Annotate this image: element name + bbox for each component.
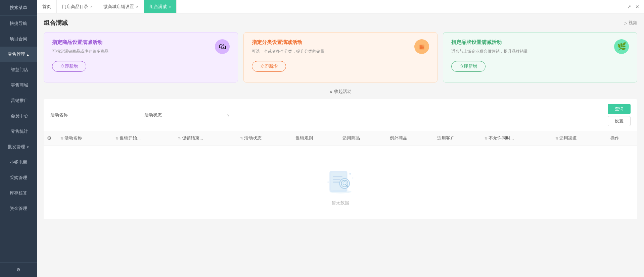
settings-button[interactable]: 设置 xyxy=(608,116,631,126)
table-col-applicable-goods: 适用商品 xyxy=(339,131,386,146)
brand-promo-card: 🌿 指定品牌设置满减活动 适合与上游企业联合做营销，提升品牌销量 立即新增 xyxy=(443,32,637,82)
cards-row: 🛍 指定商品设置满减活动 可指定滞销商品或库存较多商品 立即新增 ▦ 指定分类设… xyxy=(44,32,637,82)
data-table: ⚙ 活动名称 促销开始... 促销结束... 活动状态 促销规则 适用商品 例外… xyxy=(44,131,637,219)
product-promo-card: 🛍 指定商品设置满减活动 可指定滞销商品或库存较多商品 立即新增 xyxy=(44,32,238,82)
sidebar-item-wholesale-mgmt[interactable]: 批发管理 xyxy=(0,139,37,155)
empty-illustration xyxy=(324,166,357,196)
tab-combo-promo[interactable]: 组合满减 × xyxy=(144,0,177,13)
sidebar-settings[interactable]: ⚙ xyxy=(0,262,37,277)
empty-state: 暂无数据 xyxy=(44,146,637,219)
tab-bar-actions: ⤢ ✕ xyxy=(627,4,644,9)
filter-bar: 活动名称 活动状态 进行中 已结束 未开始 查询 设置 xyxy=(44,99,637,131)
video-link[interactable]: ▷ 视频 xyxy=(624,20,637,26)
tab-store-catalog[interactable]: 门店商品目录 × xyxy=(57,0,98,13)
sidebar-item-smart-store[interactable]: 智慧门店 xyxy=(0,62,37,77)
table-col-exception-goods: 例外商品 xyxy=(386,131,434,146)
empty-text: 暂无数据 xyxy=(332,200,349,206)
table-col-no-concurrent[interactable]: 不允许同时... xyxy=(481,131,552,146)
sidebar-item-marketing[interactable]: 营销推广 xyxy=(0,93,37,108)
filter-activity-name: 活动名称 xyxy=(50,111,138,119)
brand-card-title: 指定品牌设置满减活动 xyxy=(451,39,629,46)
tab-close-wechat-store[interactable]: × xyxy=(136,5,138,9)
activity-name-input[interactable] xyxy=(71,111,138,119)
svg-point-11 xyxy=(352,177,353,178)
sidebar-item-finance-mgmt[interactable]: 资金管理 xyxy=(0,201,37,216)
sidebar-item-retail-mgmt[interactable]: 零售管理 xyxy=(0,47,37,62)
brand-card-desc: 适合与上游企业联合做营销，提升品牌销量 xyxy=(451,48,629,54)
category-card-title: 指定分类设置满减活动 xyxy=(252,39,429,46)
svg-rect-3 xyxy=(333,176,342,177)
tab-wechat-store[interactable]: 微商城店铺设置 × xyxy=(98,0,144,13)
table-col-applicable-channel[interactable]: 适用渠道 xyxy=(552,131,607,146)
svg-rect-4 xyxy=(333,179,340,180)
table-header-row: ⚙ 活动名称 促销开始... 促销结束... 活动状态 促销规则 适用商品 例外… xyxy=(44,131,637,146)
window-resize-btn[interactable]: ⤢ xyxy=(627,4,632,9)
table-gear-icon[interactable]: ⚙ xyxy=(47,135,51,141)
table-col-operation: 操作 xyxy=(607,131,637,146)
brand-card-icon: 🌿 xyxy=(614,39,629,54)
product-card-add-btn[interactable]: 立即新增 xyxy=(52,61,86,72)
sidebar-item-retail-mall[interactable]: 零售商城 xyxy=(0,77,37,93)
sidebar-item-project-contract[interactable]: 项目合同 xyxy=(0,31,37,47)
category-card-add-btn[interactable]: 立即新增 xyxy=(252,61,286,72)
tab-close-combo-promo[interactable]: × xyxy=(169,5,171,9)
sidebar: 搜索菜单 快捷导航 项目合同 零售管理 智慧门店 零售商城 营销推广 会员中心 … xyxy=(0,0,37,277)
sidebar-item-purchase-mgmt[interactable]: 采购管理 xyxy=(0,170,37,185)
filter-activity-status: 活动状态 进行中 已结束 未开始 xyxy=(144,111,232,119)
category-card-desc: 可选一个或者多个分类，提升分类的销量 xyxy=(252,48,429,54)
page-title: 组合满减 xyxy=(44,19,68,27)
table-col-status[interactable]: 活动状态 xyxy=(237,131,292,146)
product-card-desc: 可指定滞销商品或库存较多商品 xyxy=(52,48,230,54)
table-col-promo-rule: 促销规则 xyxy=(292,131,339,146)
main-area: 首页 门店商品目录 × 微商城店铺设置 × 组合满减 × ⤢ ✕ 组合满减 ▷ … xyxy=(37,0,644,277)
svg-point-10 xyxy=(349,173,351,175)
table-wrapper: ⚙ 活动名称 促销开始... 促销结束... 活动状态 促销规则 适用商品 例外… xyxy=(44,131,637,219)
table-col-promo-end[interactable]: 促销结束... xyxy=(175,131,237,146)
product-card-icon: 🛍 xyxy=(215,39,230,54)
sidebar-item-member-center[interactable]: 会员中心 xyxy=(0,108,37,124)
table-col-name[interactable]: 活动名称 xyxy=(57,131,112,146)
brand-card-add-btn[interactable]: 立即新增 xyxy=(451,61,486,72)
sidebar-item-quick-nav[interactable]: 快捷导航 xyxy=(0,16,37,31)
collapse-bar[interactable]: ∧ 收起活动 xyxy=(44,85,637,98)
page-header: 组合满减 ▷ 视频 xyxy=(44,19,637,27)
play-icon: ▷ xyxy=(624,20,627,25)
sidebar-search[interactable]: 搜索菜单 xyxy=(0,0,37,16)
content-area: 组合满减 ▷ 视频 🛍 指定商品设置满减活动 可指定滞销商品或库存较多商品 立即… xyxy=(37,13,644,277)
sidebar-item-retail-stats[interactable]: 零售统计 xyxy=(0,124,37,139)
tab-bar: 首页 门店商品目录 × 微商城店铺设置 × 组合满减 × ⤢ ✕ xyxy=(37,0,644,13)
tab-home[interactable]: 首页 xyxy=(37,0,57,13)
filter-actions: 查询 设置 xyxy=(608,104,631,126)
table-col-gear: ⚙ xyxy=(44,131,57,146)
query-button[interactable]: 查询 xyxy=(608,104,631,114)
category-promo-card: ▦ 指定分类设置满减活动 可选一个或者多个分类，提升分类的销量 立即新增 xyxy=(243,32,438,82)
table-col-promo-start[interactable]: 促销开始... xyxy=(112,131,175,146)
gear-icon: ⚙ xyxy=(16,267,20,272)
sidebar-item-inventory[interactable]: 库存核算 xyxy=(0,185,37,201)
collapse-icon: ∧ xyxy=(329,89,333,94)
tab-close-store-catalog[interactable]: × xyxy=(90,5,92,9)
window-close-btn[interactable]: ✕ xyxy=(635,4,640,9)
activity-status-select[interactable]: 进行中 已结束 未开始 xyxy=(165,111,232,119)
product-card-title: 指定商品设置满减活动 xyxy=(52,39,230,46)
sidebar-item-xiaochang[interactable]: 小畅电商 xyxy=(0,155,37,170)
table-col-applicable-customer: 适用客户 xyxy=(434,131,481,146)
svg-point-12 xyxy=(327,181,329,183)
